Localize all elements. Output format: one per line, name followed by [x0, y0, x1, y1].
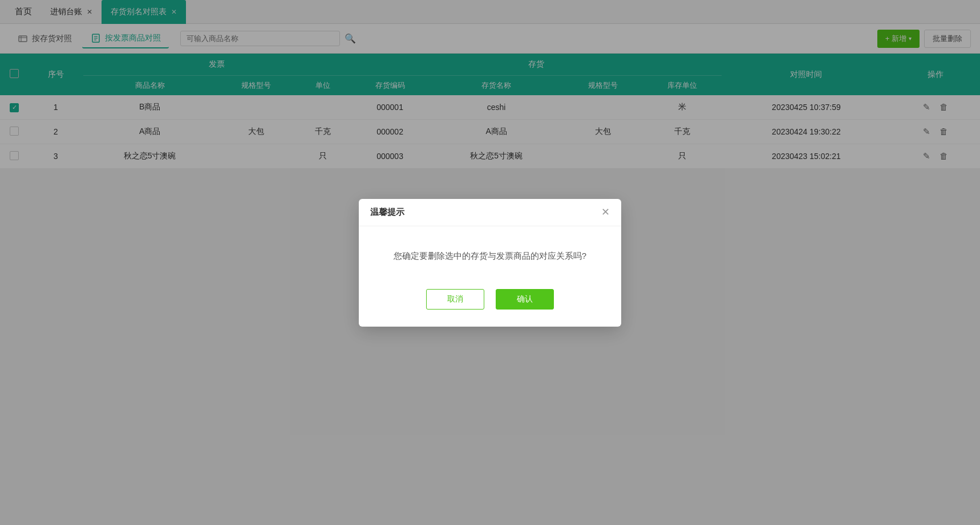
confirm-button[interactable]: 确认 [496, 289, 554, 310]
dialog-close-button[interactable]: ✕ [601, 207, 610, 217]
overlay: 温馨提示 ✕ 您确定要删除选中的存货与发票商品的对应关系吗? 取消 确认 [0, 0, 980, 525]
dialog: 温馨提示 ✕ 您确定要删除选中的存货与发票商品的对应关系吗? 取消 确认 [359, 199, 621, 327]
dialog-header: 温馨提示 ✕ [359, 199, 621, 226]
dialog-footer: 取消 确认 [359, 280, 621, 327]
cancel-button[interactable]: 取消 [426, 289, 484, 310]
dialog-title: 温馨提示 [370, 207, 404, 218]
dialog-body: 您确定要删除选中的存货与发票商品的对应关系吗? [359, 226, 621, 280]
dialog-message: 您确定要删除选中的存货与发票商品的对应关系吗? [394, 251, 586, 261]
